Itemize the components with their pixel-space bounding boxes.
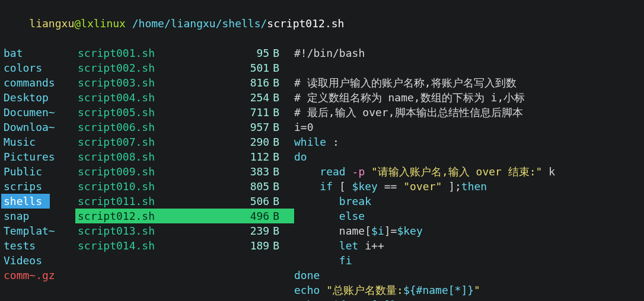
code-line: if [ $key == "over" ];then [294, 179, 640, 194]
code-line: # 最后,输入 over,脚本输出总结性信息后脚本 [294, 105, 640, 120]
dir-item[interactable]: snap [4, 209, 78, 223]
dir-item-selected[interactable]: shells [4, 194, 78, 209]
file-item[interactable]: script007.sh [78, 135, 170, 149]
code-line: break [294, 194, 640, 209]
file-item[interactable]: script004.sh [78, 90, 170, 105]
file-item[interactable]: script011.sh [78, 194, 170, 209]
file-manager-columns: bat colors commands Desktop Documen~ Dow… [4, 46, 640, 301]
directory-column[interactable]: bat colors commands Desktop Documen~ Dow… [4, 46, 78, 283]
code-line: name[$i]=$key [294, 223, 640, 238]
file-item[interactable]: script010.sh [78, 179, 170, 194]
code-line: while : [294, 135, 640, 149]
file-item[interactable]: script008.sh [78, 149, 170, 164]
dir-item[interactable]: comm~.gz [4, 268, 78, 283]
file-column[interactable]: script001.sh script002.sh script003.sh s… [78, 46, 170, 253]
dir-item[interactable]: Documen~ [4, 105, 78, 120]
file-item[interactable]: script002.sh [78, 60, 170, 75]
prompt-host: lxlinux [81, 17, 126, 30]
file-item[interactable]: script006.sh [78, 120, 170, 135]
dir-item[interactable]: Downloa~ [4, 120, 78, 135]
dir-item[interactable]: bat [4, 46, 78, 60]
file-size: 239B [170, 223, 294, 238]
prompt-path: /home/liangxu/shells/ [132, 17, 267, 30]
file-size: 805B [170, 179, 294, 194]
code-line: let i++ [294, 238, 640, 253]
dir-item[interactable]: Pictures [4, 149, 78, 164]
code-line: echo "${name[*]}" [294, 297, 640, 301]
file-size: 506B [170, 194, 294, 209]
dir-item[interactable]: Videos [4, 253, 78, 268]
file-size: 290B [170, 135, 294, 149]
code-line [294, 60, 640, 75]
dir-item[interactable]: Templat~ [4, 223, 78, 238]
file-size: 189B [170, 238, 294, 253]
file-size-selected: 496B [170, 209, 294, 223]
code-line: done [294, 268, 640, 283]
code-line: do [294, 149, 640, 164]
dir-item[interactable]: colors [4, 60, 78, 75]
dir-item[interactable]: Music [4, 135, 78, 149]
file-item[interactable]: script003.sh [78, 75, 170, 90]
prompt-at: @ [74, 17, 81, 30]
dir-item[interactable]: Public [4, 164, 78, 179]
preview-column[interactable]: #!/bin/bash # 读取用户输入的账户名称,将账户名写入到数 # 定义数… [294, 46, 640, 301]
file-item[interactable]: script001.sh [78, 46, 170, 60]
code-line: read -p "请输入账户名,输入 over 结束:" k [294, 164, 640, 179]
dir-item[interactable]: Desktop [4, 90, 78, 105]
code-line: fi [294, 253, 640, 268]
file-size: 957B [170, 120, 294, 135]
size-column: 95B 501B 816B 254B 711B 957B 290B 112B 3… [170, 46, 294, 253]
file-item[interactable]: script014.sh [78, 238, 170, 253]
file-item[interactable]: script013.sh [78, 223, 170, 238]
code-line: i=0 [294, 120, 640, 135]
code-line: else [294, 209, 640, 223]
file-item-selected[interactable]: script012.sh [78, 209, 170, 223]
prompt-sep [126, 17, 132, 30]
prompt-line: liangxu@lxlinux /home/liangxu/shells/scr… [4, 1, 640, 46]
code-line: #!/bin/bash [294, 46, 640, 60]
file-item[interactable]: script005.sh [78, 105, 170, 120]
dir-item[interactable]: tests [4, 238, 78, 253]
file-size: 112B [170, 149, 294, 164]
code-line: # 定义数组名称为 name,数组的下标为 i,小标 [294, 90, 640, 105]
dir-item[interactable]: commands [4, 75, 78, 90]
prompt-filename: script012.sh [267, 17, 344, 30]
terminal-screen: liangxu@lxlinux /home/liangxu/shells/scr… [0, 0, 644, 301]
file-item[interactable]: script009.sh [78, 164, 170, 179]
file-size: 711B [170, 105, 294, 120]
prompt-user: liangxu [29, 17, 74, 30]
file-size: 254B [170, 90, 294, 105]
file-size: 95B [170, 46, 294, 60]
code-line: echo "总账户名数量:${#name[*]}" [294, 283, 640, 297]
file-size: 383B [170, 164, 294, 179]
dir-item[interactable]: scrips [4, 179, 78, 194]
code-line: # 读取用户输入的账户名称,将账户名写入到数 [294, 75, 640, 90]
file-size: 501B [170, 60, 294, 75]
file-size: 816B [170, 75, 294, 90]
